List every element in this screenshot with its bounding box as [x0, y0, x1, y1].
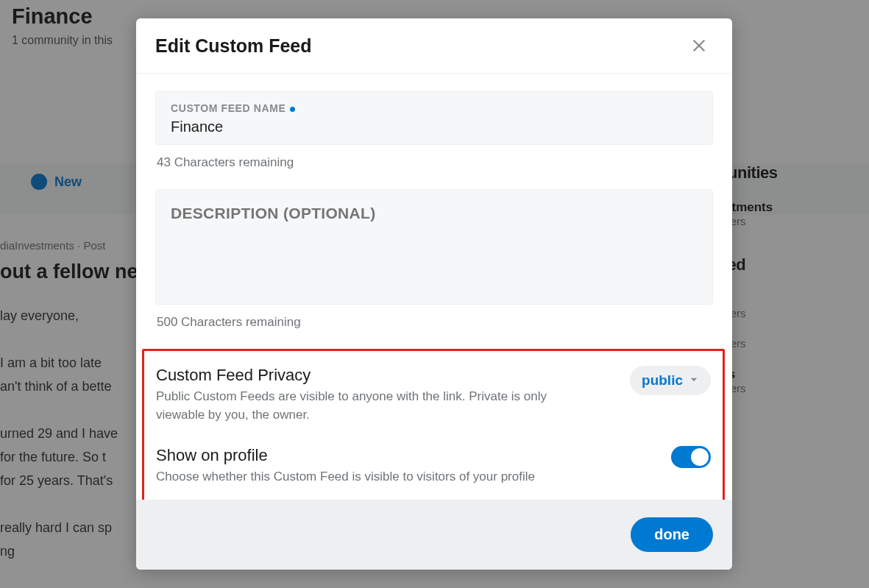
modal-title: Edit Custom Feed: [155, 35, 312, 57]
desc-char-remaining: 500 Characters remaining: [157, 315, 712, 330]
field-label-text: CUSTOM FEED NAME: [171, 102, 285, 114]
modal-body: CUSTOM FEED NAME 43 Characters remaining…: [136, 74, 732, 500]
field-label: CUSTOM FEED NAME: [171, 102, 698, 114]
show-on-profile-toggle[interactable]: [671, 446, 711, 468]
custom-feed-name-input[interactable]: [171, 118, 698, 135]
chevron-down-icon: [689, 372, 699, 389]
done-button[interactable]: done: [631, 517, 713, 552]
privacy-setting-row: Custom Feed Privacy Public Custom Feeds …: [156, 360, 711, 430]
name-char-remaining: 43 Characters remaining: [157, 155, 712, 170]
edit-custom-feed-modal: Edit Custom Feed CUSTOM FEED NAME 43 Cha…: [136, 18, 732, 570]
privacy-dropdown[interactable]: public: [630, 366, 711, 395]
show-on-profile-title: Show on profile: [156, 446, 650, 465]
required-dot-icon: [290, 107, 295, 112]
show-on-profile-description: Choose whether this Custom Feed is visib…: [156, 468, 583, 486]
close-button[interactable]: [687, 33, 712, 58]
modal-footer: done: [136, 500, 732, 570]
privacy-value: public: [642, 372, 683, 389]
modal-header: Edit Custom Feed: [136, 18, 732, 74]
description-field[interactable]: [155, 189, 713, 305]
close-icon: [691, 45, 707, 56]
annotation-highlight: Custom Feed Privacy Public Custom Feeds …: [142, 349, 725, 500]
custom-feed-name-field[interactable]: CUSTOM FEED NAME: [155, 91, 713, 145]
privacy-description: Public Custom Feeds are visible to anyon…: [156, 388, 583, 424]
privacy-title: Custom Feed Privacy: [156, 366, 609, 385]
show-on-profile-row: Show on profile Choose whether this Cust…: [156, 440, 711, 492]
description-textarea[interactable]: [171, 205, 698, 289]
